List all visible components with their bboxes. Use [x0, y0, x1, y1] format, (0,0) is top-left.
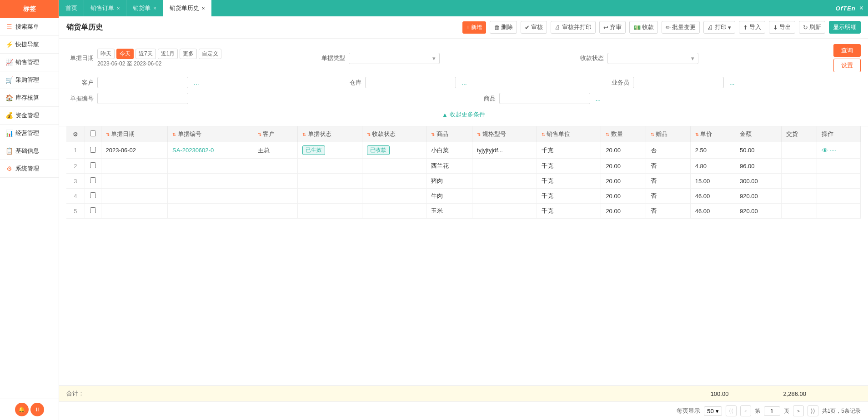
tab-sales-order-close[interactable]: × [117, 5, 120, 11]
goods-col-header[interactable]: ⇅ 商品 [426, 126, 472, 142]
first-page-button[interactable]: ⟨⟨ [726, 405, 737, 416]
row-checkbox[interactable] [90, 192, 96, 198]
table-row: 5 玉米 千克 20.00 否 46.00 920.00 [66, 204, 861, 219]
gift-col-header[interactable]: ⇅ 赠品 [646, 126, 690, 142]
row-checkbox[interactable] [90, 162, 96, 168]
spec-type-col-header[interactable]: ⇅ 规格型号 [472, 126, 537, 142]
page-input[interactable] [764, 406, 780, 416]
row-checkbox-cell[interactable] [85, 189, 101, 204]
pause-button[interactable]: ⏸ [30, 403, 44, 416]
payment-status-cell: 已收款 [362, 142, 426, 159]
row-checkbox[interactable] [90, 147, 96, 153]
sidebar-item-base-info[interactable]: 📋 基础信息 [0, 142, 59, 160]
spec-type-cell [472, 189, 537, 204]
sidebar-item-purchase-mgmt[interactable]: 🛒 采购管理 [0, 71, 59, 89]
new-button[interactable]: + 新增 [462, 21, 486, 34]
goods-input[interactable] [499, 93, 590, 104]
quantity-col-header[interactable]: ⇅ 数量 [601, 126, 646, 142]
date-more-btn[interactable]: 更多 [180, 49, 197, 59]
next-page-button[interactable]: ＞ [793, 405, 804, 416]
sidebar-item-finance-mgmt[interactable]: 💰 资金管理 [0, 107, 59, 125]
delete-label: 删除 [501, 23, 513, 31]
quantity-cell: 20.00 [601, 189, 646, 204]
date-lastmonth-btn[interactable]: 近1月 [158, 49, 178, 59]
row-checkbox[interactable] [90, 207, 96, 213]
page-size-value: 50 [707, 408, 713, 415]
salesperson-input[interactable] [633, 77, 724, 88]
tab-sales-history[interactable]: 销货单历史 × [163, 0, 211, 16]
page-size-select[interactable]: 50 ▾ [704, 406, 722, 416]
sidebar-item-sys-mgmt[interactable]: ⚙ 系统管理 [0, 160, 59, 178]
select-all-checkbox[interactable] [90, 130, 96, 136]
tab-home[interactable]: 首页 [59, 0, 84, 16]
goods-ellipsis-btn[interactable]: ... [594, 95, 603, 102]
row-checkbox-cell[interactable] [85, 142, 101, 159]
show-detail-button[interactable]: 显示明细 [829, 21, 861, 34]
view-action-icon[interactable]: 👁 [822, 147, 828, 154]
sidebar-item-sales-mgmt[interactable]: 📈 销售管理 [0, 54, 59, 71]
abandon-button[interactable]: ↩ 弃审 [599, 21, 626, 34]
audit-print-button[interactable]: 🖨 审核并打印 [551, 21, 596, 34]
delete-button[interactable]: 🗑 删除 [490, 21, 517, 34]
sidebar-item-search-menu[interactable]: ☰ 搜索菜单 [0, 18, 59, 36]
salesperson-ellipsis-btn[interactable]: ... [728, 79, 737, 86]
warehouse-ellipsis-btn[interactable]: ... [460, 79, 469, 86]
customer-ellipsis-btn[interactable]: ... [192, 79, 201, 86]
collapse-button[interactable]: ▲ 收起更多条件 [66, 109, 861, 120]
transaction-cell [781, 174, 817, 189]
filter-doc-type-group: 单据类型 ▾ [318, 53, 569, 64]
customer-input[interactable] [97, 77, 188, 88]
sidebar-item-label: 基础信息 [15, 147, 39, 155]
sales-unit-col-label: 销售单位 [547, 130, 570, 137]
print-arrow-icon: ▾ [728, 24, 731, 31]
refresh-button[interactable]: ↻ 刷新 [799, 21, 825, 34]
row-checkbox-cell[interactable] [85, 159, 101, 174]
doc-type-select[interactable]: ▾ [349, 53, 440, 64]
settings-button[interactable]: 设置 [833, 59, 861, 72]
sort-icon: ⇅ [651, 132, 654, 137]
doc-status-col-header[interactable]: ⇅ 单据状态 [297, 126, 362, 142]
tab-sales-goods-close[interactable]: × [153, 5, 156, 11]
print-button[interactable]: 🖨 打印 ▾ [703, 21, 735, 34]
topbar-right: OfTEn × [836, 4, 868, 12]
row-checkbox-cell[interactable] [85, 204, 101, 219]
summary-label: 合计： [66, 390, 103, 398]
sidebar-item-inventory[interactable]: 🏠 库存核算 [0, 89, 59, 107]
doc-number-col-header[interactable]: ⇅ 单据编号 [168, 126, 253, 142]
date-last7days-btn[interactable]: 近7天 [135, 49, 156, 59]
sidebar-item-quick-nav[interactable]: ⚡ 快捷导航 [0, 36, 59, 54]
docnum-input[interactable] [97, 93, 188, 104]
payment-status-col-header[interactable]: ⇅ 收款状态 [362, 126, 426, 142]
row-checkbox[interactable] [90, 177, 96, 183]
tab-sales-order[interactable]: 销售订单 × [84, 0, 126, 16]
date-custom-btn[interactable]: 自定义 [199, 49, 221, 59]
query-button[interactable]: 查询 [833, 44, 861, 57]
doc-number-link[interactable]: SA-20230602-0 [172, 147, 214, 154]
checkbox-col-header[interactable] [85, 126, 101, 142]
settings-col-header[interactable]: ⚙ [66, 126, 85, 142]
export-button[interactable]: ⬇ 导出 [769, 21, 795, 34]
unit-price-col-header[interactable]: ⇅ 单价 [690, 126, 735, 142]
row-checkbox-cell[interactable] [85, 174, 101, 189]
last-page-button[interactable]: ⟩⟩ [808, 405, 818, 416]
tab-sales-history-close[interactable]: × [202, 5, 205, 11]
warehouse-input[interactable] [365, 77, 456, 88]
audit-button[interactable]: ✔ 审核 [521, 21, 547, 34]
tab-sales-goods[interactable]: 销货单 × [126, 0, 163, 16]
sidebar-item-ops-mgmt[interactable]: 📊 经营管理 [0, 125, 59, 142]
window-close-button[interactable]: × [859, 4, 863, 12]
collect-button[interactable]: 💵 收款 [629, 21, 658, 34]
sales-unit-col-header[interactable]: ⇅ 销售单位 [537, 126, 601, 142]
import-button[interactable]: ⬆ 导入 [739, 21, 765, 34]
notification-button[interactable]: 🔔 [15, 403, 29, 416]
prev-page-button[interactable]: ＜ [740, 405, 751, 416]
batch-change-label: 批量变更 [672, 23, 696, 31]
doc-date-col-header[interactable]: ⇅ 单据日期 [101, 126, 168, 142]
quantity-cell: 20.00 [601, 204, 646, 219]
date-today-btn[interactable]: 今天 [116, 49, 134, 59]
edit-action-icon[interactable]: ⋯ [830, 147, 836, 154]
payment-status-select[interactable]: ▾ [607, 53, 698, 64]
customer-col-header[interactable]: ⇅ 客户 [253, 126, 297, 142]
date-yesterday-btn[interactable]: 昨天 [97, 49, 115, 59]
batch-change-button[interactable]: ✏ 批量变更 [662, 21, 700, 34]
